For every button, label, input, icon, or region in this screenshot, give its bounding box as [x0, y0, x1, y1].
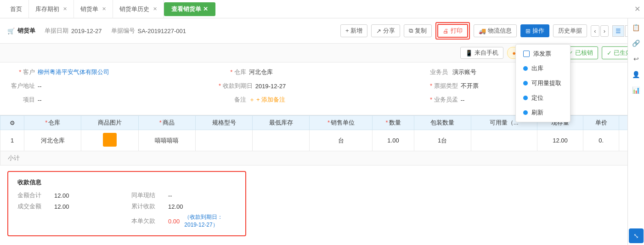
close-tab-sales[interactable]: ✕	[102, 6, 106, 12]
copy-icon: ⧉	[409, 27, 413, 34]
project-field: 项目 --	[7, 96, 214, 104]
payment-info-grid: 金额合计 12.00 同单现结 -- 成交金额 12.00 累计收款 12.00…	[17, 191, 236, 229]
row-sales-unit: 台	[310, 130, 373, 151]
staff2-value: --	[461, 97, 465, 103]
tab-view-sales[interactable]: 查看销货单 ✕	[164, 2, 215, 16]
close-tab-history[interactable]: ✕	[153, 6, 157, 12]
col-warehouse: *仓库	[24, 116, 81, 130]
new-button[interactable]: + 新增	[340, 24, 367, 37]
arrears-row: 本单欠款 0.00 （收款到期日：2019-12-27）	[131, 213, 236, 229]
logistics-button[interactable]: 🚚 物流信息	[474, 24, 517, 37]
payment-date-field: 收款到期日 2019-12-27	[219, 82, 425, 90]
dropdown-available-extract[interactable]: 可用量提取	[516, 76, 570, 91]
col-product: *商品	[138, 116, 195, 130]
arrears-value: 0.00	[168, 218, 180, 225]
next-button[interactable]: ›	[600, 25, 609, 37]
transaction-value: 12.00	[54, 203, 69, 210]
window-close-button[interactable]: ✕	[634, 5, 640, 13]
operations-button[interactable]: ⊞ 操作	[520, 24, 549, 37]
cumulative-row: 累计收款 12.00	[131, 202, 236, 211]
copy-button[interactable]: ⧉ 复制	[404, 24, 432, 37]
product-image	[103, 133, 117, 147]
history-button[interactable]: 历史单据	[553, 24, 587, 37]
outbound-dot-icon	[523, 66, 528, 71]
col-quantity: *数量	[373, 116, 414, 130]
close-tab-inventory[interactable]: ✕	[63, 6, 67, 12]
amount-total-row: 金额合计 12.00	[17, 191, 122, 199]
sidebar-expand-icon[interactable]: ⤡	[629, 228, 644, 243]
plus-icon: ＋	[249, 96, 255, 104]
dropdown-locate[interactable]: 定位	[516, 91, 570, 105]
row-index: 1	[0, 130, 24, 151]
staff2-label: 业务员孟	[430, 96, 458, 104]
phone-icon: 📱	[465, 50, 473, 57]
dropdown-refresh[interactable]: 刷新	[516, 105, 570, 120]
row-quantity: 1.00	[373, 130, 414, 151]
tab-home[interactable]: 首页	[4, 0, 29, 18]
available-dot-icon	[523, 81, 528, 85]
same-order-value: --	[168, 192, 172, 199]
customer-field: 客户 柳州粤港平安气体有限公司	[7, 68, 214, 76]
print-icon: 🖨	[443, 28, 449, 34]
refresh-dot-icon	[523, 110, 528, 115]
subtotal-row: 小计	[0, 151, 644, 165]
transaction-row: 成交金额 12.00	[17, 202, 122, 211]
operations-dropdown: 添发票 出库 可用量提取 定位 刷新	[515, 44, 571, 122]
dropdown-add-invoice[interactable]: 添发票	[516, 46, 570, 61]
tab-inventory-init[interactable]: 库存期初 ✕	[29, 0, 74, 18]
customer-label: 客户	[7, 68, 35, 76]
subtotal-label: 小计	[0, 151, 644, 165]
doc-number-field: 单据编号 SA-20191227-001	[111, 27, 186, 35]
row-warehouse: 河北仓库	[24, 130, 81, 151]
share-icon: ↗	[376, 28, 381, 34]
list-view-button[interactable]: ☰	[612, 25, 624, 37]
sidebar-user-icon[interactable]: 👤	[629, 67, 644, 82]
sidebar-return-icon[interactable]: ↩	[629, 51, 644, 66]
customer-value[interactable]: 柳州粤港平安气体有限公司	[38, 68, 109, 76]
tab-bar: 首页 库存期初 ✕ 销货单 ✕ 销货单历史 ✕ 查看销货单 ✕ ✕	[0, 0, 644, 18]
tab-sales-order[interactable]: 销货单 ✕	[74, 0, 113, 18]
same-order-row: 同单现结 --	[131, 191, 236, 199]
truck-icon: 🚚	[479, 28, 486, 34]
doc-actions: + 新增 ↗ 分享 ⧉ 复制 🖨 打印 🚚 物流信息 ⊞	[340, 22, 637, 40]
sidebar-link-icon[interactable]: 🔗	[629, 36, 644, 51]
payment-date-label: 收款到期日	[219, 82, 253, 90]
note-field: 备注 ＋ + 添加备注	[219, 96, 425, 104]
address-label: 客户地址	[7, 82, 35, 90]
dropdown-outbound[interactable]: 出库	[516, 61, 570, 76]
print-button[interactable]: 🖨 打印	[437, 24, 468, 38]
close-tab-view[interactable]: ✕	[203, 6, 208, 12]
sidebar-clipboard-icon[interactable]: 📋	[629, 20, 644, 35]
doc-header: 🛒 销货单 单据日期 2019-12-27 单据编号 SA-20191227-0…	[0, 18, 644, 44]
from-phone-button[interactable]: 📱 来自手机	[460, 47, 503, 59]
doc-date-field: 单据日期 2019-12-27	[45, 27, 102, 35]
ticket-type-label: 票据类型	[430, 82, 458, 90]
add-note-button[interactable]: ＋ + 添加备注	[249, 96, 285, 104]
row-product-img	[81, 130, 138, 151]
col-spec: 规格型号	[195, 116, 252, 130]
address-field: 客户地址 --	[7, 82, 214, 90]
address-value: --	[38, 83, 42, 90]
note-label: 备注	[219, 96, 246, 104]
amount-total-value: 12.00	[54, 192, 69, 199]
col-settings[interactable]: ⚙	[0, 116, 24, 130]
tab-sales-history[interactable]: 销货单历史 ✕	[113, 0, 164, 18]
nav-arrows: ‹ ›	[591, 25, 609, 37]
staff-value: 演示账号	[452, 68, 476, 76]
row-current-stock: 12.00	[537, 130, 583, 151]
arrears-note: （收款到期日：2019-12-27）	[184, 213, 236, 229]
row-spec	[195, 130, 252, 151]
table-row: 1 河北仓库 嘻嘻嘻嘻 台 1.00 1台 12.00 0.	[0, 130, 644, 151]
payment-info-box: 收款信息 金额合计 12.00 同单现结 -- 成交金额 12.00 累计收款 …	[7, 171, 246, 236]
row-min-stock	[253, 130, 310, 151]
project-value: --	[38, 97, 42, 103]
prev-button[interactable]: ‹	[591, 25, 599, 37]
sidebar-chart-icon[interactable]: 📊	[629, 83, 644, 97]
data-table: ⚙ *仓库 商品图片 *商品 规格型号 最低库存 *销售单位 *数量 包装数量 …	[0, 115, 644, 165]
project-label: 项目	[7, 96, 35, 104]
row-available	[471, 130, 537, 151]
check2-icon: ✓	[607, 50, 612, 57]
col-unit-price: 单价	[583, 116, 619, 130]
share-button[interactable]: ↗ 分享	[371, 24, 400, 37]
print-button-wrapper: 🖨 打印	[435, 22, 470, 40]
